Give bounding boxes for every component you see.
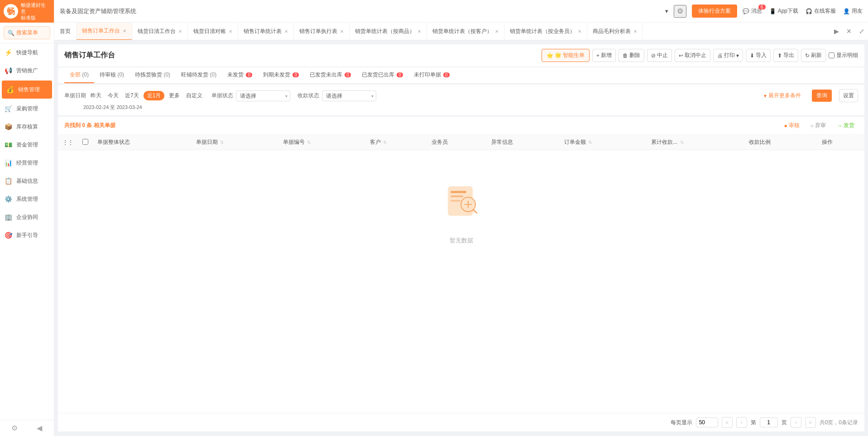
payment-select[interactable]: 请选择 [322, 90, 376, 101]
tab-sales-summary-product[interactable]: 销货单统计表（按商品） ✕ [350, 23, 427, 40]
subtab-pending-inspect[interactable]: 待拣货验货 (0) [129, 67, 176, 83]
tab-sales-workbench[interactable]: 销售订单工作台 ✕ [77, 23, 132, 40]
date-opt-yesterday[interactable]: 昨天 [89, 91, 103, 100]
tab-gross-margin[interactable]: 商品毛利分析表 ✕ [587, 23, 643, 40]
subtab-shipped-not-out[interactable]: 已发货未出库 0 [304, 67, 356, 83]
print-button[interactable]: 🖨 打印 ▾ [713, 49, 743, 62]
tab-sales-workbench-close[interactable]: ✕ [123, 28, 126, 33]
sort-date-icon: ⇅ [220, 140, 224, 145]
online-service-button[interactable]: 🎧 在线客服 [806, 7, 836, 15]
topbar-settings-button[interactable]: ⚙ [674, 5, 686, 18]
pagination-last-button[interactable]: » [805, 417, 816, 428]
tab-cash-reconcile-close[interactable]: ✕ [229, 29, 232, 34]
sidebar-item-basic-info[interactable]: 📋 基础信息 [0, 172, 54, 190]
audit-button[interactable]: ● 审核 [781, 120, 803, 131]
reset-button[interactable]: 设置 [839, 89, 858, 102]
system-title: 装备及固定资产辅助管理系统 [60, 7, 660, 15]
date-opt-7days[interactable]: 近7天 [123, 91, 141, 100]
sidebar-item-marketing[interactable]: 📢 营销推广 [0, 62, 54, 80]
sidebar-item-operations[interactable]: 📊 经营管理 [0, 154, 54, 172]
tab-cash-daily[interactable]: 钱货日清工作台 ✕ [132, 23, 188, 40]
tab-close-all-button[interactable]: ✕ [843, 25, 855, 38]
industry-solution-button[interactable]: 体验行业方案 [692, 5, 737, 18]
expand-more-button[interactable]: ▾ 展开更多条件 [764, 92, 801, 100]
show-detail-checkbox[interactable] [829, 52, 834, 58]
sidebar-collapse-button[interactable]: ◀ [29, 424, 51, 432]
status-select[interactable]: 请选择 [236, 90, 290, 101]
tab-sales-exec[interactable]: 销售订单执行表 ✕ [294, 23, 350, 40]
subtab-pending-review[interactable]: 待审核 (0) [94, 67, 129, 83]
sidebar-item-quick-nav[interactable]: ⚡ 快捷导航 [0, 43, 54, 62]
sidebar-settings-button[interactable]: ⚙ [4, 424, 25, 432]
per-page-select[interactable]: 10 20 50 100 [696, 417, 718, 427]
marketing-icon: 📢 [4, 66, 13, 75]
tab-sales-summary-staff[interactable]: 销货单统计表（按业务员） ✕ [504, 23, 587, 40]
cancel-stop-button[interactable]: ↩ 取消中止 [675, 49, 710, 62]
sidebar-item-purchase[interactable]: 🛒 采购管理 [0, 100, 54, 118]
th-amount[interactable]: 订单金额 ⇅ [560, 135, 647, 150]
export-button[interactable]: ⬆ 导出 [773, 49, 798, 62]
topbar-dropdown[interactable]: ▾ [665, 8, 668, 14]
tab-sales-summary-customer-close[interactable]: ✕ [495, 29, 499, 34]
subtab-shipped-out[interactable]: 已发货已出库 0 [356, 67, 408, 83]
tab-cash-daily-close[interactable]: ✕ [178, 29, 182, 34]
subtab-not-shipped[interactable]: 未发货 0 [222, 67, 258, 83]
app-download-button[interactable]: 📱 App下载 [769, 7, 798, 15]
sidebar-item-guide[interactable]: 🎯 新手引导 [0, 226, 54, 244]
tab-sales-summary-product-close[interactable]: ✕ [417, 29, 421, 34]
refresh-button[interactable]: ↻ 刷新 [801, 49, 826, 62]
table-scroll[interactable]: ⋮⋮ 单据整体状态 单据日期 ⇅ [58, 135, 864, 413]
tab-sales-exec-close[interactable]: ✕ [340, 29, 344, 34]
tab-sales-summary-customer[interactable]: 销货单统计表（按客户） ✕ [427, 23, 504, 40]
message-button[interactable]: 💬 消息 6 [743, 7, 762, 15]
select-all-checkbox[interactable] [82, 139, 88, 145]
tab-restore-button[interactable]: ⤢ [855, 25, 868, 38]
import-button[interactable]: ⬇ 导入 [746, 49, 771, 62]
tab-sales-stats[interactable]: 销售订单统计表 ✕ [238, 23, 294, 40]
cancel-audit-button[interactable]: ○ 弃审 [807, 120, 830, 131]
tabbar-actions: ▶ ✕ ⤢ [830, 25, 868, 38]
query-button[interactable]: 查询 [812, 90, 832, 102]
date-opt-more[interactable]: 更多 [167, 91, 182, 100]
date-opt-today[interactable]: 今天 [106, 91, 120, 100]
th-checkbox [78, 135, 93, 150]
smart-create-button[interactable]: ⭐ 🌟 智能生单 [542, 49, 590, 62]
stop-button[interactable]: ⊘ 中止 [647, 49, 672, 62]
date-opt-1month[interactable]: 近1月 [144, 91, 165, 100]
pagination-next-button[interactable]: › [791, 417, 801, 428]
tab-sales-summary-staff-close[interactable]: ✕ [578, 29, 581, 34]
pagination-page-input[interactable] [760, 417, 778, 427]
settings-icon: ⚙ [11, 424, 18, 432]
sidebar: 畅 畅捷通好生意 标准版 🔍 搜索菜单 ⚡ 快捷导航 📢 营销推广 💰 销售管理… [0, 0, 54, 436]
pagination-first-button[interactable]: « [722, 417, 733, 428]
th-collected[interactable]: 累计收款... ⇅ [647, 135, 744, 150]
th-date[interactable]: 单据日期 ⇅ [192, 135, 278, 150]
subtab-wangpu-ship[interactable]: 旺铺待发货 (0) [176, 67, 222, 83]
sidebar-item-enterprise[interactable]: 🏢 企业协同 [0, 208, 54, 226]
search-menu-button[interactable]: 🔍 搜索菜单 [4, 26, 50, 39]
sidebar-item-system[interactable]: ⚙️ 系统管理 [0, 190, 54, 208]
sidebar-item-inventory[interactable]: 📦 库存核算 [0, 118, 54, 136]
th-customer[interactable]: 客户 ⇅ [365, 135, 427, 150]
delete-button[interactable]: 🗑 删除 [619, 49, 644, 62]
show-detail-checkbox-label[interactable]: 显示明细 [829, 52, 858, 59]
sidebar-item-sales[interactable]: 💰 销售管理 [2, 81, 52, 99]
payment-status-filter: 收款状态 请选择 [297, 90, 376, 101]
add-button[interactable]: + 新增 [592, 49, 616, 62]
tab-scroll-right-button[interactable]: ▶ [830, 25, 843, 38]
topbar: 装备及固定资产辅助管理系统 ▾ ⚙ 体验行业方案 💬 消息 6 📱 App下载 … [54, 0, 868, 23]
tab-home[interactable]: 首页 [54, 23, 77, 40]
pagination-prev-button[interactable]: ‹ [736, 417, 747, 428]
date-opt-custom[interactable]: 自定义 [184, 91, 204, 100]
tab-sales-stats-close[interactable]: ✕ [284, 29, 288, 34]
tab-cash-reconcile[interactable]: 钱货日清对账 ✕ [188, 23, 238, 40]
subtab-all[interactable]: 全部 (0) [64, 67, 94, 83]
tab-gross-margin-close[interactable]: ✕ [633, 29, 637, 34]
sidebar-item-finance[interactable]: 💵 资金管理 [0, 136, 54, 154]
page-title: 销售订单工作台 [64, 51, 115, 60]
ship-button[interactable]: → 发货 [833, 120, 858, 131]
subtab-overdue-not-shipped[interactable]: 到期未发货 0 [258, 67, 304, 83]
subtab-not-printed[interactable]: 未打印单据 0 [408, 67, 455, 83]
th-number[interactable]: 单据编号 ⇅ [278, 135, 365, 150]
user-menu-button[interactable]: 👤 用友 [843, 7, 863, 15]
